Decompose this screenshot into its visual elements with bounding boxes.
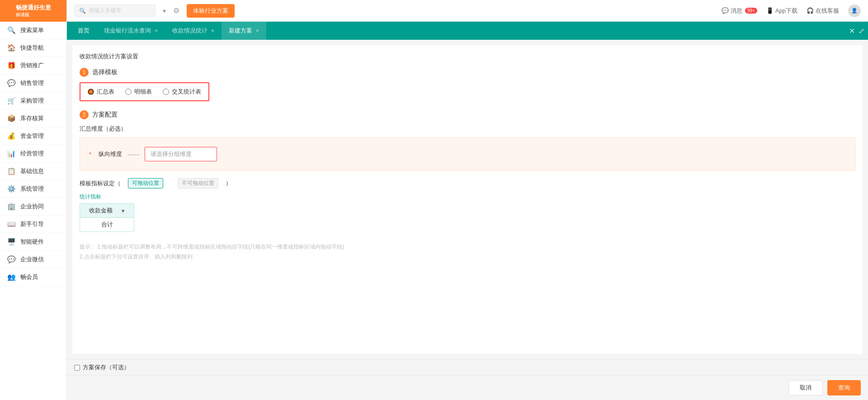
- tab-new-plan-close[interactable]: ×: [256, 28, 259, 34]
- sidebar-item-basic-info[interactable]: 📋 基础信息: [0, 163, 66, 180]
- clipboard-icon: 📋: [7, 167, 16, 175]
- template-options: 汇总表 明细表 交叉统计表: [80, 82, 209, 101]
- sidebar-item-member[interactable]: 👥 畅会员: [0, 268, 66, 286]
- step2-title: 方案配置: [92, 111, 118, 119]
- tab-bank-flow[interactable]: 现金银行流水查询 ×: [97, 22, 165, 40]
- tips-line1: 提示： 1.拖动标题栏可以调整布局，不可跨维度或指标区域拖动目字段(只能在同一维…: [80, 242, 855, 252]
- metric-dropdown-icon[interactable]: ▾: [122, 207, 125, 214]
- tab-bank-flow-close[interactable]: ×: [155, 28, 158, 34]
- sidebar-item-enterprise[interactable]: 🏢 企业协同: [0, 198, 66, 216]
- monitor-icon: 🖥️: [7, 238, 16, 246]
- sidebar-item-hardware[interactable]: 🖥️ 智能硬件: [0, 233, 66, 251]
- tips-section: 提示： 1.拖动标题栏可以调整布局，不可跨维度或指标区域拖动目字段(只能在同一维…: [80, 242, 855, 262]
- sidebar-item-system[interactable]: ⚙️ 系统管理: [0, 180, 66, 198]
- app-download-button[interactable]: 📱 App下载: [766, 7, 797, 15]
- tab-new-plan[interactable]: 新建方案 ×: [222, 22, 266, 40]
- sidebar-item-purchase[interactable]: 🛒 采购管理: [0, 92, 66, 110]
- tab-receipt-stats-close[interactable]: ×: [211, 28, 214, 34]
- step1-header: 1 选择模板: [80, 68, 855, 77]
- sidebar-item-search-menu[interactable]: 🔍 搜索菜单: [0, 22, 66, 39]
- sidebar-item-inventory[interactable]: 📦 库存核算: [0, 110, 66, 127]
- template-summary-label: 汇总表: [97, 88, 114, 96]
- tab-bank-flow-label: 现金银行流水查询: [104, 27, 151, 35]
- sidebar-item-guide[interactable]: 📖 新手引导: [0, 216, 66, 233]
- non-draggable-badge: 不可拖动位置: [178, 178, 218, 188]
- search-placeholder: 请输入关键字: [89, 7, 121, 14]
- metric-table-header[interactable]: 收款金额 ▾: [80, 204, 134, 218]
- required-mark: *: [89, 151, 91, 158]
- metric-title-suffix: ）: [226, 179, 231, 188]
- template-detail-label: 明细表: [134, 88, 152, 96]
- app-download-label: App下载: [775, 7, 797, 15]
- sidebar-item-wechat[interactable]: 💬 企业微信: [0, 251, 66, 268]
- template-detail-option[interactable]: 明细表: [125, 88, 152, 96]
- template-cross-option[interactable]: 交叉统计表: [163, 88, 201, 96]
- tab-home-label: 首页: [78, 27, 90, 35]
- industry-plan-button[interactable]: 体验行业方案: [187, 4, 235, 18]
- message-icon: 💬: [722, 7, 729, 14]
- close-all-icon[interactable]: ✕: [849, 27, 855, 35]
- footer-buttons: 取消 查询: [67, 375, 868, 400]
- sidebar-item-marketing[interactable]: 🎁 营销推广: [0, 57, 66, 75]
- chart-icon: 📊: [7, 150, 16, 158]
- template-summary-option[interactable]: 汇总表: [88, 88, 114, 96]
- save-label: 方案保存（可选）: [83, 363, 130, 372]
- sidebar-item-label: 系统管理: [20, 185, 44, 193]
- online-support-button[interactable]: 🎧 在线客服: [807, 7, 839, 15]
- panel-title: 收款情况统计方案设置: [80, 52, 855, 61]
- vertical-dimension-label: 纵向维度: [99, 150, 122, 158]
- gear-settings-icon[interactable]: ⚙: [173, 6, 179, 15]
- dimension-area: * 纵向维度 —— 请选择分组维度: [80, 137, 855, 171]
- step2-section: 2 方案配置 汇总维度（必选） * 纵向维度 —— 请选择分组维度: [80, 110, 855, 262]
- metric-settings: 模板指标设定（ 可拖动位置 不可拖动位置 ） 统计指标 收款金额 ▾: [80, 178, 855, 233]
- tab-receipt-stats[interactable]: 收款情况统计 ×: [165, 22, 222, 40]
- query-button[interactable]: 查询: [827, 380, 861, 395]
- chevron-down-icon[interactable]: ▾: [163, 7, 166, 14]
- sidebar-item-label: 资金管理: [20, 132, 44, 140]
- config-section: 汇总维度（必选） * 纵向维度 —— 请选择分组维度: [80, 125, 855, 262]
- sidebar: 畅捷通好生意 标准版 🔍 搜索菜单 🏠 快捷导航 🎁 营销推广 💬 销售管理 🛒…: [0, 0, 67, 400]
- metric-setting-label: 模板指标设定（: [80, 179, 121, 188]
- save-checkbox[interactable]: [74, 365, 80, 371]
- template-detail-radio[interactable]: [125, 89, 132, 95]
- template-cross-label: 交叉统计表: [172, 88, 201, 96]
- metric-group-label: 统计指标: [80, 193, 855, 201]
- dimension-select[interactable]: 请选择分组维度: [145, 147, 217, 161]
- support-icon: 🎧: [807, 7, 814, 14]
- sidebar-item-finance[interactable]: 💰 资金管理: [0, 127, 66, 145]
- sidebar-item-label: 快捷导航: [20, 44, 44, 52]
- template-summary-radio[interactable]: [88, 89, 94, 95]
- user-avatar[interactable]: 👤: [848, 5, 861, 17]
- sidebar-item-label: 采购管理: [20, 97, 44, 105]
- tab-receipt-stats-label: 收款情况统计: [172, 27, 208, 35]
- step1-section: 1 选择模板 汇总表 明细表 交叉统计表: [80, 68, 855, 101]
- cancel-button[interactable]: 取消: [788, 380, 823, 395]
- sidebar-item-operations[interactable]: 📊 经营管理: [0, 145, 66, 163]
- bottom-bar: 方案保存（可选）: [67, 359, 868, 375]
- step1-badge: 1: [80, 68, 89, 77]
- gift-icon: 🎁: [7, 61, 16, 70]
- template-cross-radio[interactable]: [163, 89, 169, 95]
- tab-home[interactable]: 首页: [71, 22, 97, 40]
- metric-row-label: 合计: [101, 221, 113, 228]
- sidebar-item-quick-nav[interactable]: 🏠 快捷导航: [0, 39, 66, 57]
- sidebar-item-label: 企业微信: [20, 255, 44, 264]
- save-option[interactable]: 方案保存（可选）: [74, 363, 130, 372]
- gear-icon: ⚙️: [7, 185, 16, 193]
- sidebar-item-sales[interactable]: 💬 销售管理: [0, 75, 66, 92]
- sidebar-item-label: 库存核算: [20, 114, 44, 122]
- sidebar-item-label: 智能硬件: [20, 238, 44, 246]
- content-panel: 收款情况统计方案设置 1 选择模板 汇总表 明细表: [72, 45, 863, 354]
- chat-icon: 💬: [7, 79, 16, 87]
- step1-title: 选择模板: [92, 68, 118, 76]
- step2-badge: 2: [80, 110, 89, 119]
- box-icon: 📦: [7, 114, 16, 122]
- content-area: 收款情况统计方案设置 1 选择模板 汇总表 明细表: [67, 40, 868, 400]
- sidebar-item-label: 营销推广: [20, 61, 44, 70]
- dimension-placeholder: 请选择分组维度: [151, 151, 192, 157]
- cart-icon: 🛒: [7, 97, 16, 105]
- messages-button[interactable]: 💬 消息 99+: [722, 7, 757, 15]
- maximize-icon[interactable]: ⤢: [859, 27, 864, 35]
- dimension-row: * 纵向维度 —— 请选择分组维度: [89, 147, 846, 161]
- search-box[interactable]: 🔍 请输入关键字: [74, 5, 156, 17]
